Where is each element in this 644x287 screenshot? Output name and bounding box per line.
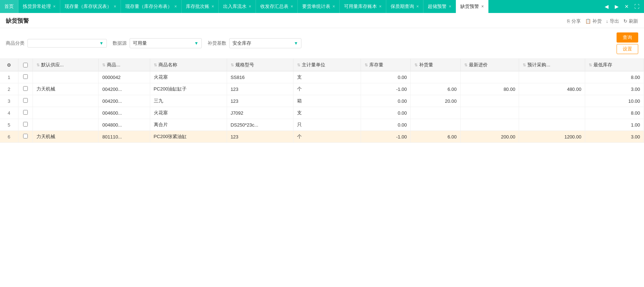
- cell-latest-price-0: [460, 71, 519, 83]
- replenish-button[interactable]: 📋 补货: [585, 18, 602, 25]
- cell-spec-0: SS816: [227, 71, 293, 83]
- base-filter-group: 补货基数 安全库存 ▼: [208, 38, 301, 48]
- tab-stock-status-close[interactable]: ×: [114, 4, 116, 9]
- th-name[interactable]: ⇅ 商品名称: [150, 59, 227, 71]
- th-code[interactable]: ⇅ 商品...: [99, 59, 150, 71]
- refresh-button[interactable]: ↻ 刷新: [623, 18, 638, 25]
- tab-picking[interactable]: 拣货异常处理 ×: [18, 0, 60, 13]
- th-stock[interactable]: ⇅ 库存量: [361, 59, 411, 71]
- cell-latest-price-1: 80.00: [460, 83, 519, 95]
- row-checkbox-1[interactable]: [23, 86, 28, 91]
- tab-picking-label: 拣货异常处理: [23, 3, 51, 10]
- cell-checkbox-4[interactable]: [18, 119, 32, 131]
- nav-expand-button[interactable]: ⛶: [632, 1, 642, 12]
- tab-home[interactable]: 首页: [0, 0, 18, 13]
- row-checkbox-2[interactable]: [23, 98, 28, 103]
- setting-button[interactable]: 设置: [617, 44, 638, 54]
- tab-summary[interactable]: 收发存汇总表 ×: [256, 0, 298, 13]
- row-checkbox-4[interactable]: [23, 122, 28, 127]
- nav-controls: ◀ ▶ ✕ ⛶: [599, 1, 644, 12]
- cell-unit-4: 只: [293, 119, 361, 131]
- cell-name-3: 火花塞: [150, 107, 227, 119]
- tab-overstock[interactable]: 超储预警 ×: [423, 0, 456, 13]
- tab-summary-close[interactable]: ×: [291, 4, 293, 9]
- nav-next-button[interactable]: ▶: [612, 1, 622, 12]
- sort-name-icon: ⇅: [154, 63, 157, 67]
- gear-icon: ⚙: [7, 62, 11, 68]
- share-label: 分享: [571, 18, 581, 25]
- tab-batch-close[interactable]: ×: [212, 4, 214, 9]
- sort-latest-price-icon: ⇅: [464, 63, 467, 67]
- th-supplier[interactable]: ⇅ 默认供应...: [32, 59, 99, 71]
- cell-checkbox-5[interactable]: [18, 131, 32, 143]
- query-button[interactable]: 查询: [617, 32, 638, 43]
- nav-close-button[interactable]: ✕: [622, 1, 632, 12]
- datasource-select[interactable]: 可用量 ▼: [130, 38, 202, 48]
- tab-picking-close[interactable]: ×: [53, 4, 56, 9]
- select-all-checkbox[interactable]: [23, 63, 28, 67]
- tab-order-stats-close[interactable]: ×: [332, 4, 335, 9]
- main-content: 缺货预警 ⎘ 分享 📋 补货 ↓ 导出 ↻ 刷新 商品分类: [0, 13, 644, 287]
- base-arrow-icon: ▼: [294, 41, 298, 46]
- th-checkbox[interactable]: [18, 59, 32, 71]
- share-button[interactable]: ⎘ 分享: [567, 18, 581, 25]
- cell-name-4: 离合片: [150, 119, 227, 131]
- tab-overstock-close[interactable]: ×: [449, 4, 451, 9]
- th-spec[interactable]: ⇅ 规格型号: [227, 59, 293, 71]
- category-select[interactable]: ▼: [27, 39, 107, 48]
- tab-order-stats[interactable]: 要货单统计表 ×: [298, 0, 340, 13]
- cell-spec-1: 123: [227, 83, 293, 95]
- row-checkbox-3[interactable]: [23, 110, 28, 115]
- tab-flow-close[interactable]: ×: [249, 4, 251, 9]
- tab-stock-dist-close[interactable]: ×: [174, 4, 177, 9]
- th-code-label: 商品...: [107, 62, 120, 68]
- cell-replenish-4: [411, 119, 461, 131]
- row-checkbox-0[interactable]: [23, 74, 28, 79]
- cell-checkbox-0[interactable]: [18, 71, 32, 83]
- tab-shortage[interactable]: 缺货预警 ×: [456, 0, 488, 13]
- table-container: ⚙ ⇅ 默认供应...: [0, 59, 644, 143]
- cell-replenish-5: 6.00: [411, 131, 461, 143]
- row-checkbox-5[interactable]: [23, 134, 28, 138]
- cell-code-5: 801110...: [99, 131, 150, 143]
- th-min-stock-label: 最低库存: [593, 62, 612, 68]
- datasource-label: 数据源: [113, 40, 127, 47]
- nav-prev-button[interactable]: ◀: [601, 1, 612, 12]
- tab-stock-dist-label: 现存量（库存分布表）: [125, 3, 172, 10]
- th-supplier-label: 默认供应...: [41, 62, 64, 68]
- th-gear[interactable]: ⚙: [0, 59, 18, 71]
- cell-code-4: 004800...: [99, 119, 150, 131]
- cell-checkbox-3[interactable]: [18, 107, 32, 119]
- tab-expiry[interactable]: 保质期查询 ×: [386, 0, 423, 13]
- cell-unit-5: 个: [293, 131, 361, 143]
- cell-num-1: 2: [0, 83, 18, 95]
- tab-stock-status-label: 现存量（库存状况表）: [65, 3, 112, 10]
- tab-expiry-close[interactable]: ×: [416, 4, 419, 9]
- tab-available[interactable]: 可用量库存账本 ×: [340, 0, 386, 13]
- tab-available-close[interactable]: ×: [379, 4, 382, 9]
- th-est-purchase[interactable]: ⇅ 预计采购...: [519, 59, 585, 71]
- share-icon: ⎘: [567, 18, 570, 24]
- cell-spec-3: J7092: [227, 107, 293, 119]
- tab-flow[interactable]: 出入库流水 ×: [219, 0, 256, 13]
- th-replenish[interactable]: ⇅ 补货量: [411, 59, 461, 71]
- tab-stock-status[interactable]: 现存量（库存状况表） ×: [60, 0, 121, 13]
- main-table: ⚙ ⇅ 默认供应...: [0, 59, 644, 143]
- th-latest-price[interactable]: ⇅ 最新进价: [460, 59, 519, 71]
- export-button[interactable]: ↓ 导出: [606, 18, 619, 25]
- tab-batch[interactable]: 库存批次账 ×: [182, 0, 219, 13]
- th-unit[interactable]: ⇅ 主计量单位: [293, 59, 361, 71]
- tab-stock-dist[interactable]: 现存量（库存分布表） ×: [121, 0, 182, 13]
- sort-est-purchase-icon: ⇅: [523, 63, 526, 67]
- tab-shortage-close[interactable]: ×: [481, 4, 484, 9]
- cell-num-4: 5: [0, 119, 18, 131]
- cell-checkbox-1[interactable]: [18, 83, 32, 95]
- cell-num-0: 1: [0, 71, 18, 83]
- cell-checkbox-2[interactable]: [18, 95, 32, 107]
- cell-stock-4: 0.00: [361, 119, 411, 131]
- refresh-label: 刷新: [629, 18, 638, 25]
- th-min-stock[interactable]: ⇅ 最低库存: [585, 59, 644, 71]
- cell-min-stock-0: 8.00: [585, 71, 644, 83]
- base-select[interactable]: 安全库存 ▼: [229, 38, 301, 48]
- cell-est-purchase-3: [519, 107, 585, 119]
